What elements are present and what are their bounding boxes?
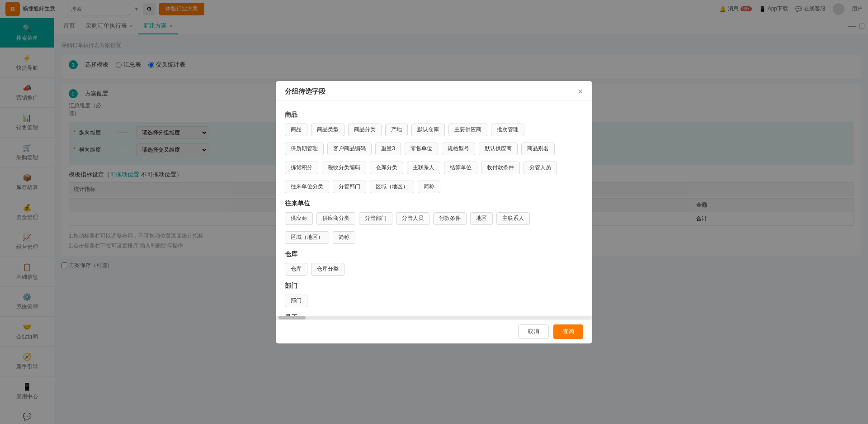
field-tags-warehouse: 仓库 仓库分类 <box>285 263 583 276</box>
field-tags-product: 商品 商品类型 商品分类 产地 默认仓库 主要供应商 批次管理 <box>285 124 583 136</box>
field-tag[interactable]: 区域（地区） <box>285 231 329 244</box>
field-tag[interactable]: 部门 <box>285 295 307 307</box>
field-tags-partner-row2: 区域（地区） 简称 <box>285 231 583 244</box>
field-tag[interactable]: 商品分类 <box>348 124 382 136</box>
field-tag[interactable]: 仓库分类 <box>370 162 403 174</box>
field-tag[interactable]: 分管部门 <box>333 181 366 193</box>
modal-header: 分组待选字段 ✕ <box>276 81 592 101</box>
field-tag[interactable]: 分管人员 <box>396 212 429 225</box>
field-tag[interactable]: 零售单位 <box>405 143 438 155</box>
field-tag[interactable]: 批次管理 <box>491 124 524 136</box>
group-title-product: 商品 <box>285 111 583 119</box>
field-tag[interactable]: 收付款条件 <box>481 162 520 174</box>
field-tag[interactable]: 默认供应商 <box>479 143 518 155</box>
field-tag[interactable]: 供应商分类 <box>316 212 355 225</box>
field-tag[interactable]: 分管人员 <box>524 162 557 174</box>
field-tags-product-row3: 拣货积分 税收分类编码 仓库分类 主联系人 结算单位 收付款条件 分管人员 <box>285 162 583 174</box>
group-title-dept: 部门 <box>285 282 583 290</box>
field-tag[interactable]: 主联系人 <box>496 212 530 225</box>
field-tag[interactable]: 供应商 <box>285 212 313 225</box>
field-tag[interactable]: 分管部门 <box>359 212 392 225</box>
field-tag[interactable]: 税收分类编码 <box>322 162 366 174</box>
field-tag[interactable]: 商品别名 <box>521 143 555 155</box>
field-tag[interactable]: 付款条件 <box>433 212 467 225</box>
field-tag[interactable]: 商品 <box>285 124 307 136</box>
modal-body: 商品 商品 商品类型 商品分类 产地 默认仓库 主要供应商 批次管理 保质期管理… <box>276 101 592 317</box>
field-tag[interactable]: 简称 <box>418 181 440 193</box>
field-tag[interactable]: 主联系人 <box>407 162 440 174</box>
field-tag[interactable]: 地区 <box>470 212 493 225</box>
field-tags-partner-row1: 供应商 供应商分类 分管部门 分管人员 付款条件 地区 主联系人 <box>285 212 583 225</box>
field-tag[interactable]: 保质期管理 <box>285 143 324 155</box>
field-tag[interactable]: 规格型号 <box>442 143 475 155</box>
field-tag[interactable]: 产地 <box>385 124 408 136</box>
field-tags-dept: 部门 <box>285 295 583 307</box>
group-title-warehouse: 仓库 <box>285 250 583 258</box>
field-tag[interactable]: 简称 <box>333 231 355 244</box>
modal-title: 分组待选字段 <box>285 87 326 96</box>
field-tag[interactable]: 仓库分类 <box>311 263 344 276</box>
field-tags-product-row2: 保质期管理 客户商品编码 重量3 零售单位 规格型号 默认供应商 商品别名 <box>285 143 583 155</box>
field-tag[interactable]: 往来单位分类 <box>285 181 329 193</box>
field-tag[interactable]: 主要供应商 <box>448 124 487 136</box>
field-tag[interactable]: 默认仓库 <box>411 124 445 136</box>
field-tags-product-row4: 往来单位分类 分管部门 区域（地区） 简称 <box>285 181 583 193</box>
modal-hscroll[interactable] <box>276 316 592 319</box>
confirm-button[interactable]: 查询 <box>553 324 583 339</box>
field-tag[interactable]: 区域（地区） <box>370 181 414 193</box>
field-tag[interactable]: 客户商品编码 <box>327 143 372 155</box>
cancel-button[interactable]: 取消 <box>518 324 549 339</box>
field-tag[interactable]: 结算单位 <box>444 162 477 174</box>
field-tag[interactable]: 拣货积分 <box>285 162 318 174</box>
field-tag[interactable]: 仓库 <box>285 263 307 276</box>
modal-overlay: 分组待选字段 ✕ 商品 商品 商品类型 商品分类 产地 默认仓库 主要供应商 批… <box>0 0 868 424</box>
modal-footer: 取消 查询 <box>276 319 592 343</box>
group-title-partner: 往来单位 <box>285 200 583 208</box>
field-tag[interactable]: 商品类型 <box>311 124 344 136</box>
modal-close-icon[interactable]: ✕ <box>577 87 583 96</box>
field-tag[interactable]: 重量3 <box>375 143 401 155</box>
modal-box: 分组待选字段 ✕ 商品 商品 商品类型 商品分类 产地 默认仓库 主要供应商 批… <box>276 81 592 343</box>
